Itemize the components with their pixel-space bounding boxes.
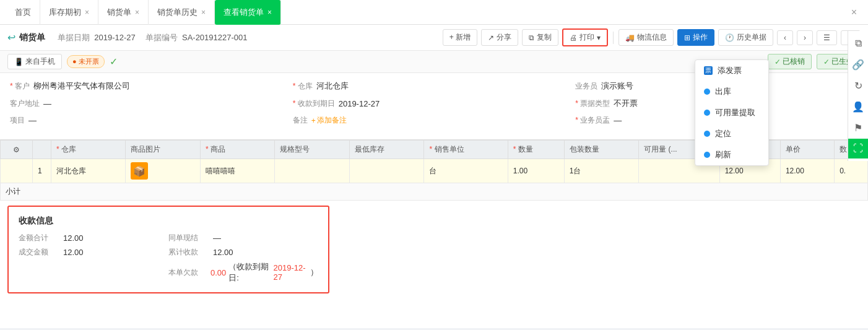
tab-view-sales[interactable]: 查看销货单 × bbox=[215, 0, 281, 25]
total-row: 金额合计 12.00 bbox=[19, 233, 168, 243]
logistics-icon: 🚚 bbox=[625, 33, 635, 42]
sidebar-user-icon[interactable]: 👤 bbox=[848, 97, 868, 116]
sidebar-copy-icon[interactable]: ⧉ bbox=[848, 33, 868, 53]
tab-view-close[interactable]: × bbox=[267, 8, 272, 17]
address-field: 客户地址 — bbox=[10, 98, 293, 109]
locate-icon bbox=[704, 131, 710, 137]
address-value: — bbox=[43, 99, 51, 108]
th-product: 商品 bbox=[200, 141, 275, 159]
tab-inventory[interactable]: 库存期初 × bbox=[40, 0, 98, 25]
accumulated-value: 12.00 bbox=[213, 248, 233, 257]
sidebar-link-icon[interactable]: 🔗 bbox=[848, 54, 868, 74]
new-button[interactable]: + 新增 bbox=[443, 29, 477, 46]
operation-dropdown: 票 添发票 出库 可用量提取 定位 刷新 bbox=[695, 59, 769, 166]
outbound-icon bbox=[704, 89, 710, 95]
td-sales-unit: 台 bbox=[424, 159, 508, 183]
list-view-button[interactable]: ☰ bbox=[817, 30, 837, 45]
project-field: 项目 — bbox=[10, 115, 293, 126]
product-image: 📦 bbox=[131, 162, 148, 180]
qty-extract-icon bbox=[704, 110, 710, 116]
logistics-button[interactable]: 🚚 物流信息 bbox=[618, 29, 674, 46]
td-qty: 1.00 bbox=[508, 159, 564, 183]
owed-value: 0.00 bbox=[210, 268, 226, 277]
date-value: 2019-12-27 bbox=[94, 33, 136, 42]
td-amount: 0. bbox=[835, 159, 868, 183]
tab-inventory-close[interactable]: × bbox=[85, 8, 89, 17]
th-gear[interactable]: ⚙ bbox=[1, 141, 33, 159]
th-unit-price: 单价 bbox=[780, 141, 834, 159]
window-close-icon[interactable]: × bbox=[846, 7, 862, 18]
td-rowno: 1 bbox=[32, 159, 51, 183]
operation-button[interactable]: ⊞ 操作 bbox=[677, 29, 714, 46]
remark-label: 备注 bbox=[293, 115, 311, 126]
confirmed-check-icon: ✓ bbox=[775, 58, 781, 66]
td-min-stock bbox=[349, 159, 424, 183]
refresh-icon bbox=[704, 152, 710, 158]
next-button[interactable]: › bbox=[797, 30, 813, 45]
right-sidebar: ⧉ 🔗 ↻ 👤 ⚑ ⛶ bbox=[848, 31, 868, 161]
payment-info-panel: 收款信息 金额合计 12.00 同单现结 — 成交金额 12.00 累计收款 1… bbox=[7, 206, 329, 293]
staff-label: 业务员 bbox=[575, 81, 601, 92]
prev-button[interactable]: ‹ bbox=[777, 30, 793, 45]
project-value: — bbox=[28, 116, 37, 125]
td-product: 嘻嘻嘻嘻 bbox=[200, 159, 275, 183]
dropdown-refresh[interactable]: 刷新 bbox=[695, 144, 768, 165]
tab-history-close[interactable]: × bbox=[201, 8, 206, 17]
td-check bbox=[1, 159, 33, 183]
sidebar-flag-icon[interactable]: ⚑ bbox=[848, 118, 868, 137]
tab-bar: 首页 库存期初 × 销货单 × 销货单历史 × 查看销货单 × × bbox=[0, 0, 868, 25]
accumulated-label: 累计收款 bbox=[168, 247, 208, 258]
project-label: 项目 bbox=[10, 115, 28, 126]
accumulated-row: 累计收款 12.00 bbox=[168, 247, 318, 258]
print-button[interactable]: 🖨 打印 ▾ bbox=[562, 28, 608, 46]
sidebar-expand-icon[interactable]: ⛶ bbox=[848, 139, 868, 158]
dropdown-qty-extract[interactable]: 可用量提取 bbox=[695, 102, 768, 123]
separator1 bbox=[613, 32, 614, 44]
th-sales-unit: 销售单位 bbox=[424, 141, 508, 159]
add-remark-button[interactable]: + 添加备注 bbox=[311, 115, 347, 126]
phone-icon: 📱 bbox=[14, 58, 24, 66]
payment-date-label: 收款到期日 bbox=[293, 98, 339, 109]
customer-value: 柳州粤港平安气体有限公司 bbox=[33, 80, 130, 92]
tab-sales-close[interactable]: × bbox=[135, 8, 139, 17]
doc-type-label: 销货单 bbox=[19, 32, 45, 43]
owed-row: 本单欠款 0.00 （收款到期日: 2019-12-27 ） bbox=[168, 261, 318, 284]
payment-date-field: 收款到期日 2019-12-27 bbox=[293, 98, 576, 109]
toolbar-right: + 新增 ↗ 分享 ⧉ 复制 🖨 打印 ▾ 🚚 物流信息 ⊞ 操作 bbox=[443, 28, 861, 46]
same-order-label: 同单现结 bbox=[168, 233, 208, 243]
th-rowno bbox=[32, 141, 51, 159]
staff2-value: — bbox=[614, 116, 622, 125]
add-invoice-icon: 票 bbox=[704, 66, 713, 75]
th-warehouse: 仓库 bbox=[51, 141, 126, 159]
tab-sales-history[interactable]: 销货单历史 × bbox=[149, 0, 215, 25]
tab-sales-order[interactable]: 销货单 × bbox=[98, 0, 149, 25]
dropdown-add-invoice[interactable]: 票 添发票 bbox=[695, 60, 768, 81]
history-button[interactable]: 🕐 历史单据 bbox=[718, 29, 773, 46]
same-order-row: 同单现结 — bbox=[168, 233, 318, 243]
address-label: 客户地址 bbox=[10, 98, 43, 109]
customer-field: 客户 柳州粤港平安气体有限公司 bbox=[10, 80, 293, 92]
tab-home[interactable]: 首页 bbox=[6, 0, 40, 25]
dropdown-locate[interactable]: 定位 bbox=[695, 123, 768, 144]
transaction-label: 成交金额 bbox=[19, 247, 58, 258]
total-value: 12.00 bbox=[63, 233, 84, 243]
doc-header: ↩ 销货单 单据日期 2019-12-27 单据编号 SA-20191227-0… bbox=[0, 25, 868, 51]
warehouse-field: 仓库 河北仓库 bbox=[293, 80, 576, 92]
history-icon: 🕐 bbox=[725, 33, 734, 42]
same-order-value: — bbox=[213, 233, 221, 243]
bill-type-value: 不开票 bbox=[614, 98, 638, 109]
td-spec bbox=[275, 159, 350, 183]
copy-button[interactable]: ⧉ 复制 bbox=[522, 29, 558, 46]
warehouse-label: 仓库 bbox=[293, 81, 316, 92]
sidebar-refresh-icon[interactable]: ↻ bbox=[848, 76, 868, 95]
circle-icon: ● bbox=[72, 58, 77, 65]
from-phone-button[interactable]: 📱 来自手机 bbox=[7, 54, 62, 69]
staff-value: 演示账号 bbox=[601, 80, 633, 92]
share-button[interactable]: ↗ 分享 bbox=[481, 29, 518, 46]
confirmed-button[interactable]: ✓ 已核销 bbox=[768, 54, 812, 69]
share-icon: ↗ bbox=[488, 33, 494, 42]
check-icon: ✓ bbox=[110, 56, 118, 67]
dropdown-outbound[interactable]: 出库 bbox=[695, 81, 768, 102]
th-product-img: 商品图片 bbox=[126, 141, 201, 159]
subtotal-row: 小计 bbox=[1, 183, 868, 201]
